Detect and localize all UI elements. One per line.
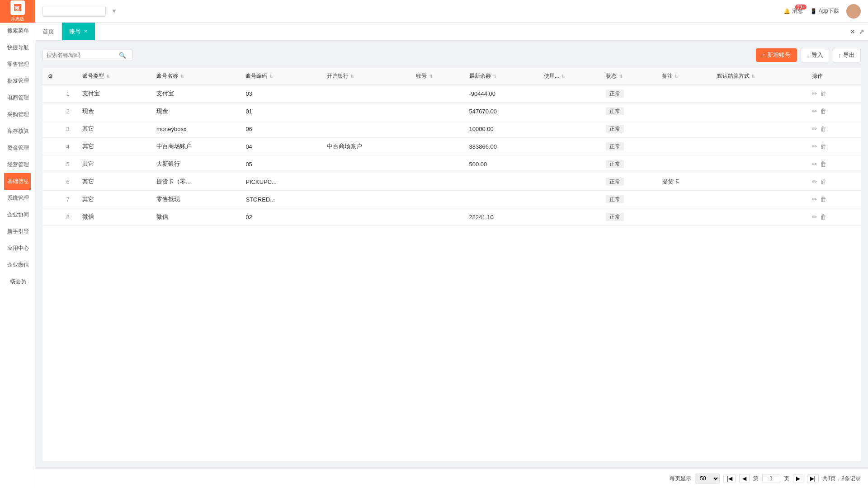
delete-button[interactable]: 🗑 [820, 108, 826, 115]
edit-button[interactable]: ✏ [812, 196, 817, 203]
delete-button[interactable]: 🗑 [820, 213, 826, 221]
search-input[interactable] [47, 52, 119, 58]
main-area: ▼ 🔔 消息 99+ 📱 App下载 首页账号✕ ✕ ⤢ [35, 0, 868, 488]
import-button[interactable]: ↓ 导入 [801, 48, 829, 62]
tab-bar-actions: ✕ ⤢ [850, 28, 868, 35]
edit-button[interactable]: ✏ [812, 178, 817, 185]
row-no: 7 [59, 191, 77, 208]
svg-text:惠: 惠 [14, 5, 20, 11]
sidebar-item-ops-mgmt[interactable]: 经营管理 [4, 156, 31, 173]
sidebar-item-inventory[interactable]: 库存核算 [4, 123, 31, 140]
cell-name: 微信 [151, 208, 240, 226]
sidebar-item-retail-mgmt[interactable]: 零售管理 [4, 56, 31, 73]
cell-balance: 547670.00 [464, 103, 538, 120]
col-header-balance[interactable]: 最新余额 ⇅ [464, 68, 538, 85]
last-page-button[interactable]: ▶| [807, 474, 819, 483]
first-page-button[interactable]: |◀ [723, 474, 735, 483]
per-page-select[interactable]: 50 100 200 [695, 474, 720, 483]
cell-remark [656, 138, 712, 155]
table-header: ⚙账号类型 ⇅账号名称 ⇅账号编码 ⇅开户银行 ⇅账号 ⇅最新余额 ⇅使用...… [42, 68, 861, 85]
status-badge: 正常 [606, 125, 624, 133]
cell-balance: 500.00 [464, 155, 538, 173]
cell-bank [321, 155, 410, 173]
toolbar-right: + 新增账号 ↓ 导入 ↑ 导出 [756, 48, 861, 62]
sidebar-item-system-mgmt[interactable]: 系统管理 [4, 190, 31, 206]
accounts-table: ⚙账号类型 ⇅账号名称 ⇅账号编码 ⇅开户银行 ⇅账号 ⇅最新余额 ⇅使用...… [42, 68, 861, 226]
top-search-input[interactable] [42, 6, 106, 17]
col-header-type[interactable]: 账号类型 ⇅ [77, 68, 151, 85]
sidebar-item-purchase-mgmt[interactable]: 采购管理 [4, 106, 31, 123]
cell-bank [321, 103, 410, 120]
cell-remark [656, 208, 712, 226]
page-input[interactable] [762, 474, 780, 483]
delete-button[interactable]: 🗑 [820, 125, 826, 132]
sidebar-item-app-center[interactable]: 应用中心 [4, 240, 31, 257]
edit-button[interactable]: ✏ [812, 213, 817, 221]
edit-button[interactable]: ✏ [812, 160, 817, 168]
sidebar-item-ecommerce-mgmt[interactable]: 电商管理 [4, 89, 31, 106]
tab-expand-action[interactable]: ⤢ [859, 28, 864, 35]
cell-usage [538, 155, 600, 173]
add-account-button[interactable]: + 新增账号 [756, 48, 797, 62]
export-button[interactable]: ↑ 导出 [833, 48, 861, 62]
row-settings-7 [42, 191, 59, 208]
col-header-default_settlement[interactable]: 默认结算方式 ⇅ [712, 68, 807, 85]
cell-account [410, 85, 464, 103]
sidebar-item-wholesale-mgmt[interactable]: 批发管理 [4, 73, 31, 89]
settings-icon[interactable]: ⚙ [48, 73, 53, 80]
next-page-button[interactable]: ▶ [793, 474, 803, 483]
export-icon: ↑ [839, 52, 842, 59]
page-label: 第 [753, 475, 759, 483]
status-badge: 正常 [606, 213, 624, 221]
import-label: 导入 [811, 51, 823, 59]
col-header-account[interactable]: 账号 ⇅ [410, 68, 464, 85]
sidebar-item-company-agreement[interactable]: 企业协同 [4, 206, 31, 223]
cell-code: 01 [240, 103, 321, 120]
cell-remark: 提货卡 [656, 173, 712, 191]
tab-close-action[interactable]: ✕ [850, 28, 855, 35]
cell-account [410, 173, 464, 191]
header-right: 🔔 消息 99+ 📱 App下载 [783, 4, 861, 19]
delete-button[interactable]: 🗑 [820, 196, 826, 203]
edit-button[interactable]: ✏ [812, 143, 817, 150]
sidebar-item-starter-guide[interactable]: 新手引导 [4, 223, 31, 240]
sidebar-item-quick-nav[interactable]: 快捷导航 [4, 39, 31, 56]
tab-home[interactable]: 首页 [35, 23, 62, 40]
action-cell: ✏🗑 [807, 138, 861, 155]
col-header-remark[interactable]: 备注 ⇅ [656, 68, 712, 85]
status-badge: 正常 [606, 142, 624, 150]
sidebar-item-search-menu[interactable]: 搜索菜单 [4, 23, 31, 39]
col-header-status[interactable]: 状态 ⇅ [600, 68, 656, 85]
total-info: 共1页，8条记录 [822, 475, 861, 483]
edit-button[interactable]: ✏ [812, 90, 817, 97]
sidebar-item-enterprise-wechat[interactable]: 企业微信 [4, 257, 31, 273]
cell-type: 其它 [77, 191, 151, 208]
tab-close-account[interactable]: ✕ [84, 28, 88, 34]
search-icon[interactable]: 🔍 [119, 52, 126, 59]
cell-account [410, 120, 464, 138]
col-header-usage[interactable]: 使用... ⇅ [538, 68, 600, 85]
tab-account[interactable]: 账号✕ [62, 23, 95, 40]
col-header-name[interactable]: 账号名称 ⇅ [151, 68, 240, 85]
edit-button[interactable]: ✏ [812, 108, 817, 115]
delete-button[interactable]: 🗑 [820, 178, 826, 185]
edit-button[interactable]: ✏ [812, 125, 817, 132]
avatar[interactable] [846, 4, 861, 19]
delete-button[interactable]: 🗑 [820, 143, 826, 150]
search-box: 🔍 [42, 50, 133, 61]
delete-button[interactable]: 🗑 [820, 160, 826, 168]
col-header-bank[interactable]: 开户银行 ⇅ [321, 68, 410, 85]
col-header-code[interactable]: 账号编码 ⇅ [240, 68, 321, 85]
sidebar-item-vip[interactable]: 畅会员 [4, 273, 31, 290]
app-download-button[interactable]: 📱 App下载 [810, 7, 839, 15]
dropdown-icon[interactable]: ▼ [111, 8, 117, 14]
sidebar-item-basic-info[interactable]: 基础信息 [4, 173, 31, 190]
prev-page-button[interactable]: ◀ [739, 474, 750, 483]
col-header-action: 操作 [807, 68, 861, 85]
cell-code: STORED... [240, 191, 321, 208]
sidebar-item-capital-mgmt[interactable]: 资金管理 [4, 140, 31, 156]
delete-button[interactable]: 🗑 [820, 90, 826, 97]
cell-balance: 383866.00 [464, 138, 538, 155]
cell-default_settlement [712, 173, 807, 191]
notification-button[interactable]: 🔔 消息 99+ [783, 7, 803, 15]
